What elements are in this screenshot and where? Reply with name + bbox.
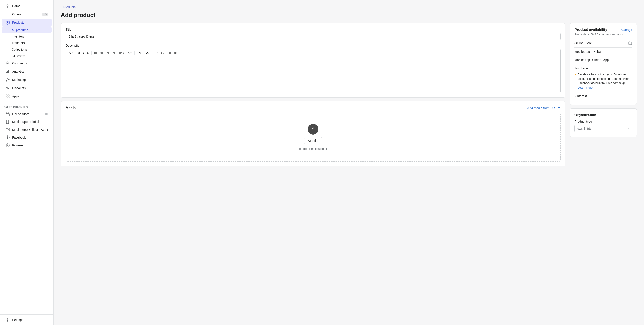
svg-point-31 [94,52,94,52]
code-btn[interactable]: </> [136,50,143,55]
sidebar-sub-transfers-label: Transfers [12,41,25,45]
availability-title: Product availability [574,28,607,32]
channel-pinterest-label: Pinterest [574,94,587,98]
svg-point-3 [7,62,8,63]
drop-text: or drop files to upload [299,147,327,150]
link-btn[interactable] [145,50,151,55]
facebook-warning-text: Facebook has noticed your Facebook accou… [578,72,632,90]
numbered-list-btn[interactable]: 123 [99,50,105,55]
bold-btn[interactable]: B [77,50,82,55]
calendar-icon[interactable] [628,41,632,45]
sidebar-item-analytics-label: Analytics [12,70,24,73]
svg-rect-11 [6,95,8,96]
main-content: ‹ Products Add product Title Description… [54,0,644,325]
svg-rect-13 [6,97,8,98]
mobile-builder-label: Mobile App Builder - Applt [12,128,48,131]
channel-facebook: Facebook ● Facebook has noticed your Fac… [574,64,632,92]
channel-online-store: Online Store [574,39,632,47]
svg-rect-22 [6,128,8,131]
sales-channel-pinterest[interactable]: Pinterest [2,141,52,149]
sidebar-sub-gift-cards[interactable]: Gift cards [2,53,52,59]
add-file-btn[interactable]: Add file [304,137,322,144]
home-icon [5,4,10,8]
sidebar-sub-transfers[interactable]: Transfers [2,40,52,46]
sidebar-item-customers[interactable]: Customers [2,59,52,67]
availability-header: Product availability Manage [574,28,632,32]
bullets-btn[interactable] [92,50,98,55]
sidebar-sub-inventory[interactable]: Inventory [2,33,52,39]
sales-channel-mobile-builder[interactable]: Mobile App Builder - Applt [2,126,52,133]
content-main: Title Description A ▼ B I U [61,23,565,166]
svg-text:3: 3 [100,53,101,54]
italic-btn[interactable]: I [82,50,86,55]
indent-dec-btn[interactable] [105,50,111,55]
sidebar-item-orders[interactable]: Orders 15 [2,10,52,18]
select-wrapper: e.g. Shirts [574,125,632,132]
settings-icon [5,318,10,322]
eye-icon[interactable] [44,112,48,116]
svg-rect-17 [6,114,10,116]
svg-point-7 [8,79,10,80]
video-btn[interactable] [166,50,172,55]
sales-channel-facebook[interactable]: Facebook [2,134,52,141]
media-header: Media Add media from URL ▼ [66,106,560,110]
add-sales-channel-icon[interactable] [46,105,50,109]
warning-dot: ● [574,73,576,90]
builder-icon [5,127,10,132]
sidebar-item-discounts[interactable]: Discounts [2,84,52,92]
svg-rect-6 [8,70,9,73]
sidebar-item-discounts-label: Discounts [12,86,26,90]
breadcrumb[interactable]: ‹ Products [61,5,637,9]
sidebar-item-apps[interactable]: Apps [2,92,52,100]
add-media-url-btn[interactable]: Add media from URL ▼ [527,106,560,110]
orders-badge: 15 [42,12,48,16]
svg-point-18 [45,113,48,115]
media-card: Media Add media from URL ▼ Add file [61,101,565,166]
description-editor[interactable] [66,57,560,93]
font-btn[interactable]: A ▼ [68,50,75,55]
discounts-icon [5,86,10,90]
image-btn[interactable] [160,50,166,55]
sidebar-sub-inventory-label: Inventory [12,35,24,38]
indent-inc-btn[interactable] [111,50,117,55]
sidebar-item-orders-label: Orders [12,12,22,16]
product-type-select[interactable]: e.g. Shirts [574,125,632,132]
manage-link[interactable]: Manage [621,28,632,31]
underline-btn[interactable]: U [86,50,90,55]
meta-btn[interactable] [172,50,178,55]
svg-rect-54 [168,52,170,54]
text-color-btn[interactable]: A ▼ [126,50,134,55]
svg-rect-0 [6,13,9,16]
sidebar-item-analytics[interactable]: Analytics [2,67,52,75]
apps-icon [5,94,10,99]
sidebar-item-apps-label: Apps [12,94,19,98]
sales-channel-mobile-plobal[interactable]: Mobile App - Plobal [2,118,52,126]
pinterest-icon [5,143,10,148]
dropdown-chevron-icon: ▼ [558,106,560,110]
title-input[interactable] [66,33,560,40]
toolbar-sep-1 [76,51,76,55]
sidebar-divider [0,101,54,101]
org-title: Organization [574,113,632,117]
sidebar-item-home[interactable]: Home [2,2,52,10]
sales-channel-online-store[interactable]: Online Store [2,110,52,118]
media-dropzone[interactable]: Add file or drop files to upload [66,113,560,162]
align-btn[interactable]: ▼ [118,50,126,55]
customers-icon [5,61,10,65]
svg-line-10 [6,87,9,89]
learn-more-link[interactable]: Learn more [578,86,592,89]
sidebar-sub-all-products-label: All products [12,28,28,32]
channel-facebook-label: Facebook [574,66,588,70]
facebook-warning: ● Facebook has noticed your Facebook acc… [574,72,632,90]
analytics-icon [5,69,10,74]
sidebar-item-products[interactable]: Products [2,18,52,26]
availability-sub: Available on 5 of 5 channels and apps [574,33,632,36]
sidebar-sub-all-products[interactable]: All products [2,27,52,33]
table-btn[interactable]: ▼ [151,50,160,55]
svg-rect-5 [8,71,8,73]
sidebar-item-marketing[interactable]: Marketing [2,76,52,84]
channel-mobile-builder: Mobile App Builder - Applt [574,56,632,64]
sidebar-sub-collections[interactable]: Collections [2,46,52,52]
sidebar-item-settings[interactable]: Settings [2,315,52,325]
product-info-card: Title Description A ▼ B I U [61,23,565,98]
